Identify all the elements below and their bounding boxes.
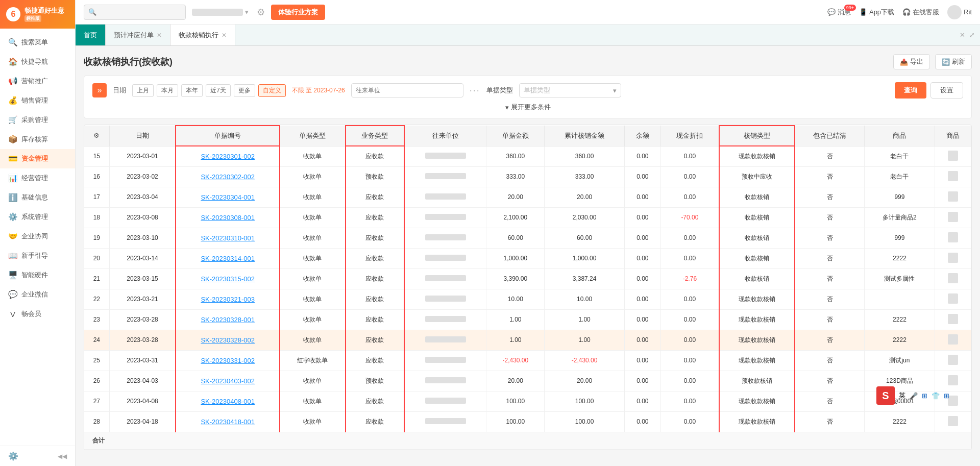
table-row: 21 2023-03-15 SK-20230315-002 收款单 应收款 3,… [84, 268, 971, 289]
tab-home[interactable]: 首页 [76, 24, 106, 45]
counterpart-input[interactable] [351, 83, 463, 97]
cell-amount: 360.00 [486, 146, 545, 166]
cell-amount: 100.00 [486, 411, 545, 432]
search-icon: 🔍 [8, 38, 17, 47]
date-custom[interactable]: 自定义 [258, 84, 286, 97]
cell-amount: 100.00 [486, 391, 545, 411]
refresh-icon: 🔄 [942, 58, 950, 66]
bill-no-link[interactable]: SK-20230328-002 [201, 336, 255, 344]
tab-close-all-icon[interactable]: ✕ [960, 31, 965, 39]
cell-goods: 2222 [864, 248, 935, 268]
table-row: 25 2023-03-31 SK-20230331-002 红字收款单 应收款 … [84, 350, 971, 371]
topbar-right: 💬 消息 99+ 📱 App下载 🎧 在线客服 Rit [827, 5, 972, 19]
sidebar-label-hardware: 智能硬件 [21, 271, 48, 280]
cell-goods2 [935, 207, 971, 228]
date-7days[interactable]: 近7天 [206, 84, 231, 97]
bill-no-link[interactable]: SK-20230302-002 [201, 173, 255, 181]
query-button[interactable]: 查询 [895, 82, 926, 99]
bill-no-link[interactable]: SK-20230310-001 [201, 234, 255, 242]
bill-no-link[interactable]: SK-20230321-003 [201, 296, 255, 303]
sidebar-item-system[interactable]: ⚙️ 系统管理 [0, 207, 75, 227]
tab-prepay[interactable]: 预计冲应付单 ✕ [106, 24, 170, 45]
bill-no-link[interactable]: SK-20230304-001 [201, 193, 255, 201]
cell-writeoff-type: 现款收款核销 [719, 289, 795, 309]
cell-counterpart [404, 371, 486, 391]
sidebar-item-quicknav[interactable]: 🏠 快捷导航 [0, 52, 75, 71]
bill-no-link[interactable]: SK-20230403-002 [201, 377, 255, 385]
settings-icon[interactable]: ⚙️ [8, 451, 18, 461]
export-button[interactable]: 📤 导出 [893, 54, 930, 69]
sidebar-item-guide[interactable]: 📖 新手引导 [0, 246, 75, 265]
date-this-month[interactable]: 本月 [157, 84, 178, 97]
filter-settings-button[interactable]: 设置 [930, 82, 963, 99]
bill-no-link[interactable]: SK-20230308-001 [201, 214, 255, 222]
refresh-button[interactable]: 🔄 刷新 [935, 54, 972, 69]
tab-prepay-close[interactable]: ✕ [157, 32, 162, 39]
quicknav-icon: 🏠 [8, 57, 17, 66]
topbar-search[interactable]: 🔍 [84, 5, 186, 20]
tab-collect[interactable]: 收款核销执行 ✕ [170, 24, 235, 45]
cell-date: 2023-03-01 [109, 146, 176, 166]
cell-balance: 0.00 [624, 166, 660, 187]
cell-bill-no: SK-20230328-001 [176, 309, 280, 330]
sidebar-item-operations[interactable]: 📊 经营管理 [0, 168, 75, 188]
bill-no-link[interactable]: SK-20230314-001 [201, 255, 255, 262]
date-last-month[interactable]: 上月 [132, 84, 154, 97]
cell-cash-discount: 0.00 [660, 350, 719, 371]
message-button[interactable]: 💬 消息 99+ [827, 8, 851, 17]
app-download-button[interactable]: 📱 App下载 [859, 8, 894, 17]
bill-no-link[interactable]: SK-20230315-002 [201, 275, 255, 283]
cell-writeoff-amount: 20.00 [545, 187, 625, 207]
tab-collect-close[interactable]: ✕ [222, 32, 227, 39]
cell-bill-type: 收款单 [280, 166, 346, 187]
cell-writeoff-type: 预收款核销 [719, 371, 795, 391]
col-settings[interactable]: ⚙ [84, 126, 109, 146]
filter-toggle-button[interactable]: » [92, 83, 107, 97]
bill-no-link[interactable]: SK-20230418-001 [201, 418, 255, 426]
online-service-button[interactable]: 🎧 在线客服 [902, 8, 939, 17]
bill-no-link[interactable]: SK-20230301-002 [201, 153, 255, 160]
sidebar-item-search[interactable]: 🔍 搜索菜单 [0, 33, 75, 52]
tab-expand-icon[interactable]: ⤢ [969, 31, 975, 39]
cell-goods: 2222 [864, 309, 935, 330]
collapse-icon[interactable]: ◀◀ [58, 453, 67, 460]
cell-date: 2023-03-28 [109, 330, 176, 350]
bill-no-link[interactable]: SK-20230331-002 [201, 357, 255, 364]
sidebar-item-funds[interactable]: 💳 资金管理 [0, 149, 75, 168]
col-date: 日期 [109, 126, 176, 146]
sidebar-item-purchase[interactable]: 🛒 采购管理 [0, 110, 75, 130]
cell-date: 2023-03-14 [109, 248, 176, 268]
expand-more-button[interactable]: ▾ 展开更多条件 [505, 103, 551, 112]
bill-no-link[interactable]: SK-20230328-001 [201, 316, 255, 324]
gear-icon[interactable]: ⚙ [257, 7, 265, 18]
cell-goods2 [935, 228, 971, 248]
cell-amount: 60.00 [486, 228, 545, 248]
solution-button[interactable]: 体验行业方案 [271, 5, 325, 20]
date-more[interactable]: 更多 [234, 84, 255, 97]
cell-biz-type: 应收款 [346, 289, 404, 309]
cell-rownum: 18 [84, 207, 109, 228]
sidebar-item-corp[interactable]: 🤝 企业协同 [0, 227, 75, 246]
sidebar-item-basics[interactable]: ℹ️ 基础信息 [0, 188, 75, 207]
cell-writeoff-type: 收款核销 [719, 228, 795, 248]
cell-rownum: 20 [84, 248, 109, 268]
cell-writeoff-type: 现款收款核销 [719, 146, 795, 166]
col-writeoff-amount: 累计核销金额 [545, 126, 625, 146]
user-avatar[interactable]: Rit [947, 5, 972, 19]
sidebar-item-hardware[interactable]: 🖥️ 智能硬件 [0, 265, 75, 285]
cell-writeoff-amount: 333.00 [545, 166, 625, 187]
topbar-dropdown[interactable]: ▾ [192, 8, 249, 16]
cell-goods: 2222 [864, 411, 935, 432]
sidebar-item-marketing[interactable]: 📢 营销推广 [0, 71, 75, 91]
cell-cash-discount: 0.00 [660, 228, 719, 248]
date-this-year[interactable]: 本年 [181, 84, 203, 97]
cell-date: 2023-03-21 [109, 289, 176, 309]
sidebar-item-inventory[interactable]: 📦 库存核算 [0, 130, 75, 149]
sidebar-item-sales[interactable]: 💰 销售管理 [0, 91, 75, 110]
sidebar-item-member[interactable]: V 畅会员 [0, 304, 75, 324]
bill-no-link[interactable]: SK-20230408-001 [201, 398, 255, 405]
sidebar-item-wechat[interactable]: 💬 企业微信 [0, 285, 75, 304]
bill-type-select[interactable]: 单据类型 ▾ [519, 83, 621, 97]
cell-counterpart [404, 187, 486, 207]
cell-bill-type: 收款单 [280, 371, 346, 391]
